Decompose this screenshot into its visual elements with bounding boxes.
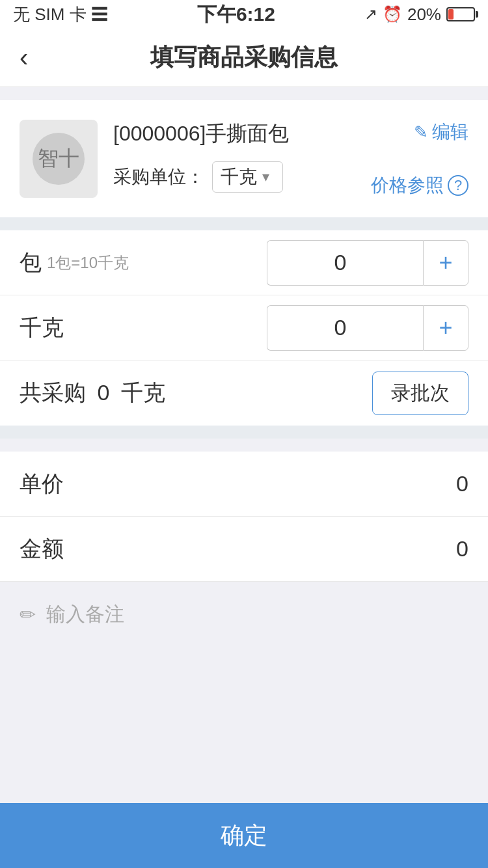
price-section: 单价 0 金额 0	[0, 452, 488, 582]
amount-label: 金额	[20, 534, 64, 564]
record-batch-button[interactable]: 录批次	[372, 372, 468, 415]
amount-value: 0	[456, 536, 468, 562]
status-time: 下午6:12	[197, 1, 275, 28]
price-ref-label: 价格参照	[371, 173, 444, 198]
pencil-icon: ✏	[20, 603, 36, 626]
kg-input-right: +	[267, 305, 468, 351]
total-value: 0	[97, 380, 109, 405]
kg-input-row: 千克 +	[0, 295, 488, 360]
product-logo: 智十	[33, 133, 85, 185]
unit-price-row: 单价 0	[0, 452, 488, 517]
section-divider-2	[0, 426, 488, 439]
price-ref-button[interactable]: 价格参照 ?	[371, 173, 468, 198]
back-button[interactable]: ‹	[20, 43, 28, 72]
kg-quantity-input[interactable]	[267, 305, 423, 351]
bag-quantity-input[interactable]	[267, 240, 423, 286]
kg-plus-button[interactable]: +	[423, 305, 468, 351]
total-label-text: 共采购	[20, 380, 86, 405]
unit-select[interactable]: 千克 ▾	[212, 161, 283, 193]
edit-label: 编辑	[432, 120, 468, 144]
kg-label: 千克	[20, 313, 64, 343]
notes-placeholder: 输入备注	[46, 601, 124, 628]
nav-bar: ‹ 填写商品采购信息	[0, 29, 488, 87]
unit-price-label: 单价	[20, 469, 64, 499]
battery-icon	[446, 7, 475, 21]
bag-sub-label: 1包=10千克	[47, 252, 129, 273]
notes-section[interactable]: ✏ 输入备注	[0, 582, 488, 647]
status-right: ↗ ⏰ 20%	[364, 5, 475, 25]
help-icon: ?	[448, 175, 468, 196]
total-row: 共采购 0 千克 录批次	[0, 360, 488, 426]
alarm-icon: ⏰	[383, 5, 402, 23]
status-bar: 无 SIM 卡 ☰ 下午6:12 ↗ ⏰ 20%	[0, 0, 488, 29]
sim-label: 无 SIM 卡 ☰	[13, 3, 108, 26]
total-label: 共采购 0 千克	[20, 378, 165, 408]
chevron-down-icon: ▾	[262, 169, 269, 185]
battery-percent: 20%	[407, 5, 441, 25]
unit-value: 千克	[221, 165, 257, 189]
location-icon: ↗	[364, 5, 377, 23]
bag-input-row: 包 1包=10千克 +	[0, 230, 488, 295]
amount-row: 金额 0	[0, 517, 488, 582]
input-section: 包 1包=10千克 + 千克 +	[0, 230, 488, 360]
unit-price-value: 0	[456, 471, 468, 496]
total-unit: 千克	[121, 380, 165, 405]
page-title: 填写商品采购信息	[150, 42, 338, 74]
confirm-button[interactable]: 确定	[0, 803, 488, 868]
unit-label: 采购单位：	[113, 165, 204, 189]
bag-label: 包	[20, 248, 42, 278]
edit-button[interactable]: ✎ 编辑	[414, 120, 468, 144]
product-image: 智十	[20, 120, 98, 198]
bag-plus-button[interactable]: +	[423, 240, 468, 286]
edit-icon: ✎	[414, 122, 428, 142]
bag-input-right: +	[267, 240, 468, 286]
product-card: 智十 [0000006]手撕面包 采购单位： 千克 ▾ ✎ 编辑 价格参照 ?	[0, 100, 488, 217]
section-divider-1	[0, 217, 488, 230]
status-left: 无 SIM 卡 ☰	[13, 3, 108, 26]
